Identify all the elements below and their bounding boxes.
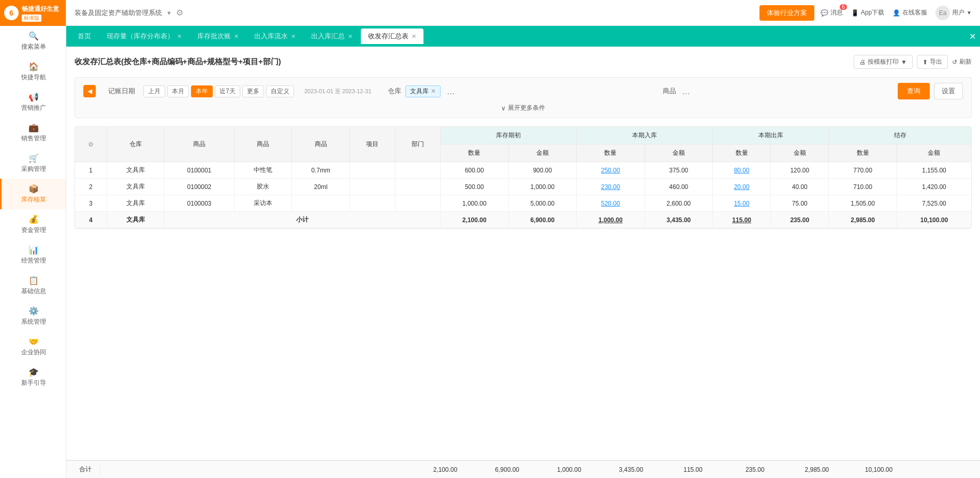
filter-setting-button[interactable]: 设置 bbox=[934, 83, 963, 99]
row-open-qty: 600.00 bbox=[440, 162, 508, 179]
row-open-amt: 900.00 bbox=[508, 162, 577, 179]
row-in-qty[interactable]: 520.00 bbox=[577, 195, 645, 212]
gear-icon: ⚙️ bbox=[28, 306, 39, 316]
tab-home[interactable]: 首页 bbox=[70, 28, 98, 44]
tab-close-inout-flow[interactable]: ✕ bbox=[291, 33, 296, 40]
tab-close-recv-send-summary[interactable]: ✕ bbox=[412, 33, 416, 40]
filter-collapse-button[interactable]: ◀ bbox=[83, 85, 96, 97]
warehouse-tag-close[interactable]: ✕ bbox=[431, 88, 436, 95]
sidebar-item-sales[interactable]: 💼 销售管理 bbox=[0, 118, 66, 148]
sidebar-item-newbie[interactable]: 🎓 新手引导 bbox=[0, 362, 66, 393]
service-icon: 👤 bbox=[893, 9, 900, 17]
sidebar-item-search[interactable]: 🔍 搜索菜单 bbox=[0, 26, 66, 56]
date-btn-this-month[interactable]: 本月 bbox=[167, 85, 189, 97]
row-out-qty[interactable]: 15.00 bbox=[713, 195, 771, 212]
tab-inout-summary[interactable]: 出入库汇总 ✕ bbox=[304, 28, 360, 44]
row-close-qty: 1,505.00 bbox=[829, 195, 897, 212]
row-out-qty[interactable]: 80.00 bbox=[713, 162, 771, 179]
filter-goods-area: 商品 ... bbox=[663, 86, 690, 97]
query-button[interactable]: 查询 bbox=[898, 83, 930, 99]
main-content: 装备及固定资产辅助管理系统 ▼ ⚙ 体验行业方案 💬 消息 6 📱 App下载 … bbox=[66, 0, 980, 478]
tab-close-inout-summary[interactable]: ✕ bbox=[348, 33, 353, 40]
tab-close-inventory-dist[interactable]: ✕ bbox=[177, 33, 182, 40]
sidebar-logo: 6 畅捷通好生意 标准版 bbox=[0, 0, 66, 26]
online-service-button[interactable]: 👤 在线客服 bbox=[893, 8, 927, 17]
row-open-qty: 500.00 bbox=[440, 179, 508, 195]
date-btn-this-year[interactable]: 本年 bbox=[191, 85, 213, 97]
date-btn-7days[interactable]: 近7天 bbox=[215, 85, 240, 97]
export-button[interactable]: ⬆ 导出 bbox=[917, 55, 948, 69]
filter-area: ◀ 记账日期 上月 本月 本年 近7天 更多 自定义 2023-01-01 至 … bbox=[75, 77, 972, 118]
th-opening-group: 库存期初 bbox=[440, 127, 576, 144]
sidebar-item-purchase[interactable]: 🛒 采购管理 bbox=[0, 148, 66, 179]
goods-more-dots[interactable]: ... bbox=[682, 86, 690, 97]
row-in-qty[interactable]: 250.00 bbox=[577, 162, 645, 179]
table-row: 2 文具库 0100002 胶水 20ml 500.00 1,000.00 23… bbox=[75, 179, 971, 195]
row-open-amt: 5,000.00 bbox=[508, 195, 577, 212]
system-title-area: 装备及固定资产辅助管理系统 ▼ ⚙ bbox=[75, 8, 753, 18]
sidebar-item-basic[interactable]: 📋 基础信息 bbox=[0, 270, 66, 301]
total-out-qty: 115.00 bbox=[662, 466, 724, 473]
th-in-qty: 数量 bbox=[577, 144, 645, 162]
sidebar-item-quick-nav[interactable]: 🏠 快捷导航 bbox=[0, 56, 66, 87]
row-close-qty: 710.00 bbox=[829, 179, 897, 195]
tab-bar-close-button[interactable]: ✕ bbox=[969, 32, 976, 41]
th-close-qty: 数量 bbox=[829, 144, 897, 162]
row-in-qty[interactable]: 230.00 bbox=[577, 179, 645, 195]
date-btn-more[interactable]: 更多 bbox=[242, 85, 264, 97]
dropdown-icon: ▼ bbox=[166, 10, 172, 16]
user-button[interactable]: Ea 用户 ▼ bbox=[935, 6, 972, 20]
print-button[interactable]: 🖨 按模板打印 ▼ bbox=[854, 55, 913, 69]
row-no: 1 bbox=[75, 162, 107, 179]
table-row: 3 文具库 0100003 采访本 1,000.00 5,000.00 520.… bbox=[75, 195, 971, 212]
row-no: 4 bbox=[75, 212, 107, 228]
search-icon: 🔍 bbox=[28, 31, 39, 41]
settings-icon[interactable]: ⚙ bbox=[176, 8, 183, 18]
phone-icon: 📱 bbox=[851, 9, 859, 17]
tab-batch[interactable]: 库存批次账 ✕ bbox=[190, 28, 246, 44]
message-button[interactable]: 💬 消息 6 bbox=[821, 8, 843, 17]
row-no: 3 bbox=[75, 195, 107, 212]
logo-text: 畅捷通好生意 标准版 bbox=[22, 5, 59, 22]
sidebar-item-enterprise[interactable]: 🤝 企业协同 bbox=[0, 331, 66, 362]
expand-icon: ∨ bbox=[501, 105, 506, 112]
handshake-icon: 🤝 bbox=[28, 337, 39, 346]
th-outbound-group: 本期出库 bbox=[713, 127, 829, 144]
row-out-qty: 115.00 bbox=[713, 212, 771, 228]
warehouse-more-dots[interactable]: ... bbox=[447, 86, 455, 97]
tab-close-batch[interactable]: ✕ bbox=[234, 33, 239, 40]
tab-recv-send-summary[interactable]: 收发存汇总表 ✕ bbox=[361, 28, 423, 44]
top-header: 装备及固定资产辅助管理系统 ▼ ⚙ 体验行业方案 💬 消息 6 📱 App下载 … bbox=[66, 0, 980, 26]
row-name: 胶水 bbox=[235, 179, 292, 195]
export-icon: ⬆ bbox=[923, 59, 928, 66]
table-settings-icon[interactable]: ⚙ bbox=[88, 141, 94, 148]
row-spec: 0.7mm bbox=[292, 162, 350, 179]
sidebar-item-system[interactable]: ⚙️ 系统管理 bbox=[0, 301, 66, 331]
print-icon: 🖨 bbox=[859, 59, 866, 66]
sidebar-item-finance[interactable]: 💰 资金管理 bbox=[0, 209, 66, 240]
tab-inout-flow[interactable]: 出入库流水 ✕ bbox=[247, 28, 303, 44]
row-name: 采访本 bbox=[235, 195, 292, 212]
inventory-icon: 📦 bbox=[28, 184, 39, 194]
th-settings[interactable]: ⚙ bbox=[75, 127, 107, 162]
date-btn-custom[interactable]: 自定义 bbox=[266, 85, 294, 97]
date-btn-last-month[interactable]: 上月 bbox=[143, 85, 165, 97]
filter-expand-button[interactable]: ∨ 展开更多条件 bbox=[83, 104, 963, 112]
tab-inventory-dist[interactable]: 现存量（库存分布表） ✕ bbox=[99, 28, 189, 44]
row-out-amt: 40.00 bbox=[771, 179, 829, 195]
sidebar-item-operations[interactable]: 📊 经营管理 bbox=[0, 240, 66, 270]
sidebar-item-marketing[interactable]: 📢 营销推广 bbox=[0, 87, 66, 118]
row-dept bbox=[395, 195, 440, 212]
filter-action-buttons: 查询 设置 bbox=[898, 83, 963, 99]
experience-button[interactable]: 体验行业方案 bbox=[759, 5, 814, 21]
data-table: ⚙ 仓库 商品 商品 商品 项目 部门 库存期初 本期入库 本期出库 结存 数量 bbox=[75, 127, 971, 228]
sidebar-item-inventory[interactable]: 📦 库存核算 bbox=[0, 179, 66, 209]
refresh-button[interactable]: ↺ 刷新 bbox=[952, 55, 972, 69]
clipboard-icon: 📋 bbox=[28, 276, 39, 285]
app-download-button[interactable]: 📱 App下载 bbox=[851, 8, 884, 17]
total-out-amt: 235.00 bbox=[724, 466, 786, 473]
row-out-qty[interactable]: 20.00 bbox=[713, 179, 771, 195]
header-actions: 💬 消息 6 📱 App下载 👤 在线客服 Ea 用户 ▼ bbox=[821, 6, 972, 20]
filter-warehouse-area: 仓库 文具库 ✕ ... bbox=[388, 85, 455, 97]
row-close-amt: 1,155.00 bbox=[897, 162, 971, 179]
